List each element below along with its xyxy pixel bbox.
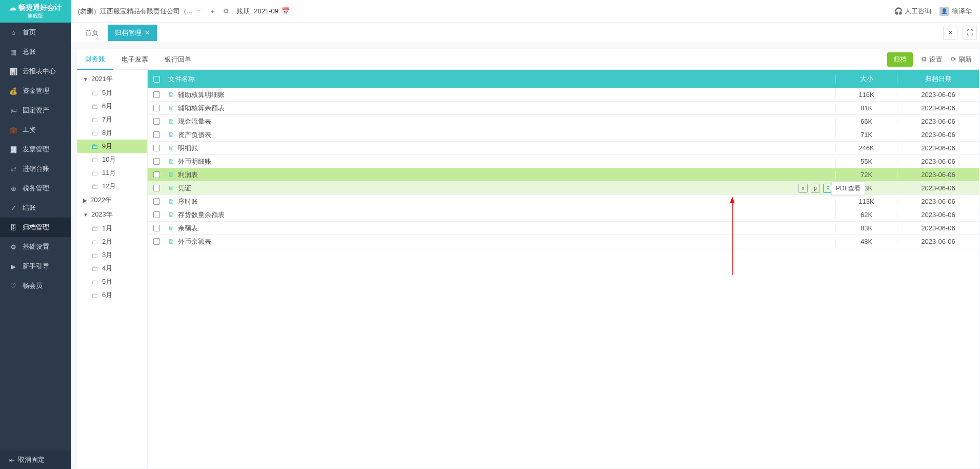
gear-icon[interactable]: ⚙ (223, 7, 229, 15)
tree-month-7月[interactable]: 🗀7月 (77, 113, 147, 126)
file-icon: 🗎 (168, 144, 175, 152)
row-checkbox[interactable] (153, 185, 160, 191)
row-checkbox[interactable] (153, 105, 160, 111)
tree-month-3月[interactable]: 🗀3月 (77, 248, 147, 262)
tree-panel: ▼2021年🗀5月🗀6月🗀7月🗀8月🗀9月🗀10月🗀11月🗀12月▶2022年▼… (77, 70, 148, 468)
table-row[interactable]: 🗎序时账 113K 2023-06-06 (148, 195, 979, 208)
export-pdf-icon[interactable]: p (811, 184, 820, 193)
tree-month-10月[interactable]: 🗀10月 (77, 153, 147, 166)
table-row[interactable]: 🗎外币明细账 55K 2023-06-06 (148, 155, 979, 168)
archive-button[interactable]: 归档 (887, 52, 913, 67)
file-icon: 🗎 (168, 104, 175, 112)
guide-icon: ▶ (9, 263, 17, 270)
tree-month-12月[interactable]: 🗀12月 (77, 180, 147, 193)
settings-button[interactable]: ⚙ 设置 (921, 55, 943, 64)
tree-year-2021年[interactable]: ▼2021年 (77, 72, 147, 86)
row-checkbox[interactable] (153, 131, 160, 138)
sidebar-item-salary[interactable]: 💼工资 (0, 120, 71, 140)
tree-month-9月[interactable]: 🗀9月 (77, 140, 147, 153)
row-checkbox[interactable] (153, 158, 160, 165)
row-checkbox[interactable] (153, 198, 160, 205)
sidebar-item-inout[interactable]: ⇄进销台账 (0, 159, 71, 179)
refresh-button[interactable]: ⟳ 刷新 (951, 55, 972, 64)
sidebar-item-close[interactable]: ✓结账 (0, 198, 71, 218)
row-checkbox[interactable] (153, 145, 160, 151)
tree-year-2023年[interactable]: ▼2023年 (77, 207, 147, 222)
file-name: 序时账 (178, 197, 198, 206)
calendar-icon[interactable]: 📅 (282, 7, 290, 15)
close-icon: ✓ (9, 204, 17, 212)
table-row[interactable]: 🗎明细账 246K 2023-06-06 (148, 142, 979, 155)
file-size: 66K (835, 118, 897, 125)
table-row[interactable]: 🗎利润表 72K 2023-06-06 (148, 168, 979, 182)
file-size: 116K (835, 91, 897, 99)
sidebar-item-archive[interactable]: 🗄归档管理 (0, 218, 71, 237)
sidebar-item-settings[interactable]: ⚙基础设置 (0, 237, 71, 257)
subtab-财务账[interactable]: 财务账 (77, 49, 113, 70)
archive-date: 2023-06-06 (897, 171, 979, 179)
tab-label: 归档管理 (115, 28, 142, 37)
sidebar-item-guide[interactable]: ▶新手引导 (0, 257, 71, 276)
table-row[interactable]: 🗎凭证 x p ⚲ PDF查看 53K 2023-06-06 (148, 182, 979, 195)
table-row[interactable]: 🗎资产负债表 71K 2023-06-06 (148, 128, 979, 142)
tree-month-label: 8月 (102, 128, 112, 138)
row-checkbox[interactable] (153, 171, 160, 178)
sidebar-item-asset[interactable]: 🏷固定资产 (0, 101, 71, 120)
sidebar-item-fund[interactable]: 💰资金管理 (0, 81, 71, 101)
folder-icon: 🗀 (91, 116, 98, 124)
sidebar-item-tax[interactable]: ⊛税务管理 (0, 179, 71, 198)
export-excel-icon[interactable]: x (798, 184, 808, 193)
table-header: 文件名称 大小 归档日期 (148, 70, 979, 88)
sidebar-item-home[interactable]: ⌂首页 (0, 23, 71, 42)
table-row[interactable]: 🗎余额表 83K 2023-06-06 (148, 222, 979, 235)
tab-expand-button[interactable]: ⛶ (963, 26, 977, 40)
table-row[interactable]: 🗎存货数量余额表 62K 2023-06-06 (148, 208, 979, 222)
folder-icon: 🗀 (91, 265, 98, 272)
tree-month-6月[interactable]: 🗀6月 (77, 288, 147, 302)
file-icon: 🗎 (168, 184, 175, 192)
tree-year-2022年[interactable]: ▶2022年 (77, 193, 147, 207)
sidebar-item-chart[interactable]: 📊云报表中心 (0, 62, 71, 81)
tree-month-2月[interactable]: 🗀2月 (77, 235, 147, 248)
tree-month-8月[interactable]: 🗀8月 (77, 126, 147, 140)
close-icon[interactable]: ✕ (145, 29, 150, 36)
tree-month-4月[interactable]: 🗀4月 (77, 262, 147, 275)
row-checkbox[interactable] (153, 238, 160, 245)
row-checkbox[interactable] (153, 211, 160, 218)
fund-icon: 💰 (9, 87, 17, 95)
sidebar-item-label: 新手引导 (23, 262, 49, 271)
table-row[interactable]: 🗎辅助核算余额表 81K 2023-06-06 (148, 102, 979, 115)
unpin-label: 取消固定 (18, 455, 45, 464)
table-row[interactable]: 🗎辅助核算明细账 116K 2023-06-06 (148, 88, 979, 102)
add-icon[interactable]: ＋ (209, 7, 216, 16)
tax-icon: ⊛ (9, 185, 17, 192)
select-all-checkbox[interactable] (153, 76, 160, 83)
subtab-银行回单[interactable]: 银行回单 (156, 49, 199, 70)
tree-month-label: 10月 (102, 155, 116, 164)
tree-month-5月[interactable]: 🗀5月 (77, 275, 147, 288)
table-row[interactable]: 🗎外币余额表 48K 2023-06-06 (148, 235, 979, 248)
archive-date: 2023-06-06 (897, 91, 979, 99)
table-row[interactable]: 🗎现金流量表 66K 2023-06-06 (148, 115, 979, 128)
row-checkbox[interactable] (153, 91, 160, 98)
sidebar-item-ledger[interactable]: ▦总账 (0, 42, 71, 62)
company-selector[interactable]: (勿删）江西服宝精品有限责任公司（... ﹀ (78, 7, 202, 16)
consult-button[interactable]: 🎧 人工咨询 (894, 7, 931, 16)
sidebar-item-member[interactable]: ♡畅会员 (0, 276, 71, 296)
row-checkbox[interactable] (153, 225, 160, 231)
tree-month-1月[interactable]: 🗀1月 (77, 222, 147, 235)
user-menu[interactable]: 👤 徐泽华 (939, 7, 972, 16)
tab-归档管理[interactable]: 归档管理✕ (108, 25, 157, 41)
subtab-电子发票[interactable]: 电子发票 (113, 49, 156, 70)
row-checkbox[interactable] (153, 118, 160, 125)
folder-icon: 🗀 (91, 251, 98, 259)
tree-month-11月[interactable]: 🗀11月 (77, 166, 147, 180)
tab-首页[interactable]: 首页 (78, 25, 106, 41)
tree-month-label: 6月 (102, 102, 112, 111)
unpin-button[interactable]: ⇤取消固定 (0, 451, 71, 469)
sidebar-item-invoice[interactable]: 🧾发票管理 (0, 140, 71, 159)
tree-month-6月[interactable]: 🗀6月 (77, 100, 147, 113)
tab-close-button[interactable]: ✕ (943, 26, 957, 40)
tree-month-5月[interactable]: 🗀5月 (77, 86, 147, 100)
sidebar-item-label: 总账 (23, 47, 36, 56)
